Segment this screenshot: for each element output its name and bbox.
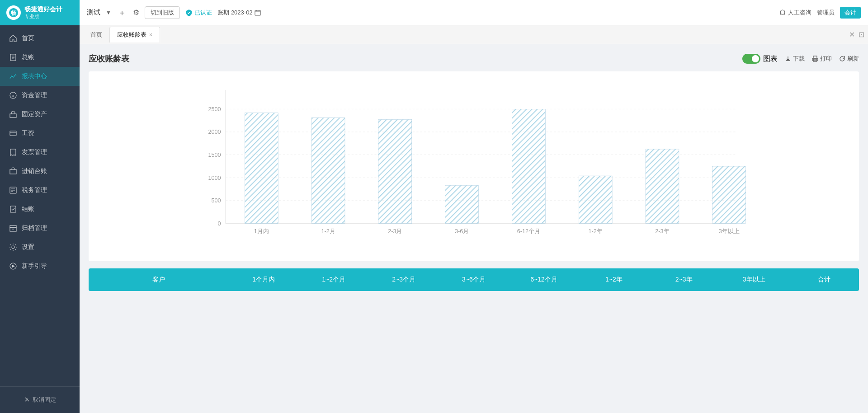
- manager-label: 管理员: [817, 9, 835, 17]
- sidebar-item-home[interactable]: 首页: [0, 29, 80, 48]
- download-icon: [785, 56, 791, 62]
- assets-icon: [9, 110, 17, 118]
- sidebar-item-invoice[interactable]: 发票管理: [0, 143, 80, 162]
- svg-rect-18: [10, 225, 16, 227]
- svg-text:3-6月: 3-6月: [455, 228, 469, 235]
- consult-button[interactable]: 人工咨询: [779, 9, 811, 17]
- bar-chart: 0 500 1000 1500 2000 2500 1月内: [98, 80, 850, 252]
- sidebar-item-ledger[interactable]: 总账: [0, 48, 80, 67]
- print-icon: [812, 56, 818, 62]
- window-controls: ✕ ⊡: [849, 30, 864, 39]
- svg-rect-48: [378, 120, 412, 224]
- svg-text:1-2年: 1-2年: [589, 228, 603, 235]
- svg-point-20: [12, 246, 14, 249]
- sidebar: 畅 畅捷通好会计 专业版 首页 总账 报: [0, 0, 80, 413]
- svg-text:1500: 1500: [208, 152, 221, 158]
- settings-button[interactable]: ⚙: [133, 8, 139, 17]
- refresh-button[interactable]: 刷新: [839, 55, 859, 63]
- inventory-icon: [9, 167, 17, 175]
- role-badge[interactable]: 会计: [840, 7, 861, 19]
- tabbar: 首页 应收账龄表 × ✕ ⊡: [80, 25, 868, 44]
- th-3plus-year: 3年以上: [719, 268, 789, 291]
- svg-text:1-2月: 1-2月: [321, 228, 335, 235]
- page-content: 应收账龄表 图表 下载: [80, 44, 868, 413]
- th-1month: 1个月内: [229, 268, 299, 291]
- add-button[interactable]: ＋: [117, 7, 127, 18]
- svg-text:3年以上: 3年以上: [719, 228, 740, 235]
- th-2-3month: 2~3个月: [369, 268, 439, 291]
- svg-rect-44: [245, 113, 278, 224]
- workspace-dropdown[interactable]: ▼: [106, 9, 111, 16]
- th-total: 合计: [789, 268, 859, 291]
- svg-rect-9: [10, 131, 16, 136]
- sidebar-item-funds[interactable]: ¥ 资金管理: [0, 86, 80, 105]
- ledger-icon: [9, 53, 17, 61]
- svg-rect-46: [311, 117, 345, 223]
- svg-text:6-12个月: 6-12个月: [517, 228, 540, 235]
- sidebar-nav: 首页 总账 报表中心 ¥ 资金管理: [0, 25, 80, 386]
- logo-icon: 畅: [6, 5, 21, 20]
- svg-text:0: 0: [218, 221, 221, 227]
- main-area: 测试 ▼ ＋ ⚙ 切到旧版 已认证 账期 2023-02: [80, 0, 868, 413]
- sidebar-item-inventory[interactable]: 进销台账: [0, 162, 80, 181]
- invoice-icon: [9, 148, 17, 156]
- cancel-fixed-button[interactable]: 取消固定: [0, 391, 80, 408]
- funds-icon: ¥: [9, 91, 17, 99]
- svg-text:2-3月: 2-3月: [388, 228, 402, 235]
- download-button[interactable]: 下载: [785, 55, 805, 63]
- tab-close-button[interactable]: ×: [149, 32, 152, 38]
- svg-text:500: 500: [211, 197, 221, 204]
- chart-toggle-label: 图表: [763, 54, 778, 64]
- page-header: 应收账龄表 图表 下载: [89, 53, 859, 64]
- th-customer: 客户: [89, 268, 229, 291]
- sidebar-item-settings[interactable]: 设置: [0, 238, 80, 257]
- print-button[interactable]: 打印: [812, 55, 832, 63]
- sidebar-item-assets[interactable]: 固定资产: [0, 105, 80, 124]
- expand-window-button[interactable]: ⊡: [859, 30, 864, 39]
- sidebar-item-tax[interactable]: 税务管理: [0, 181, 80, 200]
- tab-ar-aging[interactable]: 应收账龄表 ×: [109, 27, 160, 42]
- svg-rect-28: [813, 56, 817, 58]
- home-icon: [9, 34, 17, 42]
- svg-rect-23: [255, 10, 260, 15]
- chart-toggle[interactable]: [742, 54, 760, 64]
- app-logo: 畅 畅捷通好会计 专业版: [0, 0, 80, 25]
- shield-icon: [185, 9, 193, 16]
- tab-home[interactable]: 首页: [83, 27, 109, 42]
- calendar-icon[interactable]: [255, 9, 261, 16]
- reports-icon: [9, 72, 17, 80]
- svg-rect-16: [10, 206, 16, 212]
- svg-text:2000: 2000: [208, 129, 221, 135]
- sidebar-footer: 取消固定: [0, 386, 80, 413]
- svg-text:1000: 1000: [208, 175, 221, 181]
- page-title: 应收账龄表: [89, 53, 129, 64]
- archive-icon: [9, 224, 17, 232]
- switch-old-button[interactable]: 切到旧版: [145, 6, 180, 19]
- certified-badge: 已认证: [185, 9, 212, 17]
- svg-rect-50: [445, 185, 479, 223]
- sidebar-item-salary[interactable]: 工资: [0, 124, 80, 143]
- table-header: 客户 1个月内 1~2个月 2~3个月 3~6个月 6~12个月 1~2年 2~…: [89, 268, 859, 291]
- refresh-icon: [839, 56, 845, 62]
- svg-text:2500: 2500: [208, 106, 221, 113]
- close-books-icon: [9, 205, 17, 213]
- th-3-6month: 3~6个月: [439, 268, 509, 291]
- sidebar-item-close[interactable]: 结账: [0, 200, 80, 219]
- svg-point-27: [780, 10, 785, 14]
- headphone-icon: [779, 9, 786, 16]
- sidebar-item-archive[interactable]: 归档管理: [0, 219, 80, 238]
- svg-rect-56: [646, 149, 679, 224]
- th-1-2year: 1~2年: [579, 268, 649, 291]
- content-area: 首页 应收账龄表 × ✕ ⊡ 应收账龄表 图表: [80, 25, 868, 413]
- close-window-button[interactable]: ✕: [849, 30, 855, 39]
- svg-rect-52: [512, 109, 545, 223]
- app-name: 畅捷通好会计: [24, 5, 62, 13]
- th-1-2month: 1~2个月: [299, 268, 369, 291]
- sidebar-item-guide[interactable]: 新手引导: [0, 257, 80, 276]
- svg-text:2-3年: 2-3年: [655, 228, 669, 235]
- svg-rect-8: [10, 114, 16, 117]
- svg-text:畅: 畅: [11, 10, 16, 16]
- guide-icon: [9, 262, 17, 270]
- sidebar-item-reports[interactable]: 报表中心: [0, 67, 80, 86]
- settings-icon: [9, 243, 17, 251]
